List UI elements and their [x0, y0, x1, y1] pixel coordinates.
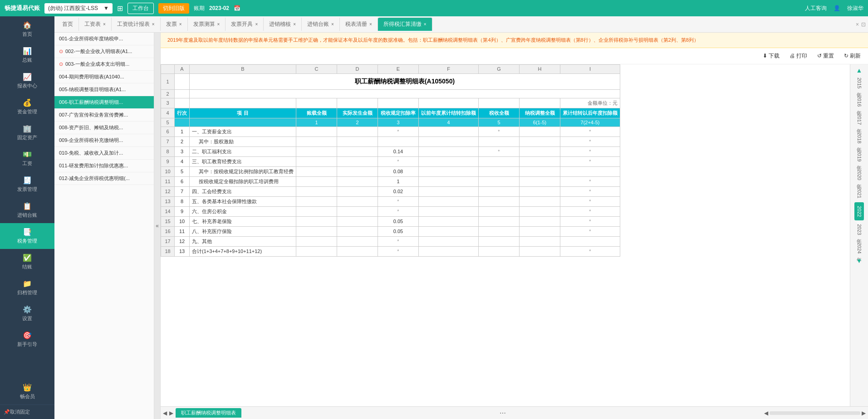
spreadsheet-container[interactable]: A B C D E F G H I	[161, 64, 850, 407]
tab-salary-close[interactable]: ×	[103, 22, 106, 27]
warning-bar: 2019年度逾及取以前年度结转数据的申报表单元格需要手工维护正确，才能保证本年及…	[161, 33, 868, 48]
year-nav-up[interactable]: ▲	[850, 67, 868, 74]
form-item-006[interactable]: 006-职工薪酬纳税调整明细...	[54, 96, 154, 109]
tab-invoice-calc[interactable]: 发票测算 ×	[188, 18, 226, 31]
tab-salary[interactable]: 工资表 ×	[79, 18, 112, 31]
refresh-button[interactable]: ↻ 刷新	[841, 51, 863, 61]
horizontal-scrollbar[interactable]	[770, 411, 860, 415]
year-2021[interactable]: 2021年	[854, 184, 864, 202]
bottom-tab-salary[interactable]: 职工薪酬纳税调整明细表	[176, 408, 241, 418]
invoice-icon: 🧾	[23, 176, 32, 185]
scroll-left-icon[interactable]: ◀	[764, 410, 768, 416]
form-item-005[interactable]: 005-纳税调整项目明细表(A1...	[54, 83, 154, 96]
sidebar-item-guide[interactable]: 🎯 新手引导	[0, 326, 54, 352]
service-link[interactable]: 人工客询	[805, 5, 827, 12]
year-2020[interactable]: 2020年	[854, 166, 864, 184]
sidebar-item-tax[interactable]: 📑 税务管理	[0, 223, 54, 249]
top-bar: 畅捷通易代账 (勿动) 江西股宝-LSS ▼ ⊞ 工作台 切到旧版 账期 202…	[0, 0, 868, 16]
seq-13: 13	[175, 246, 190, 256]
company-settings-icon[interactable]: ⊞	[117, 4, 123, 13]
sidebar-label-funds: 资金管理	[17, 108, 37, 115]
sidebar-item-funds[interactable]: 💰 资金管理	[0, 94, 54, 120]
tab-sales-ledger[interactable]: 进销台账 ×	[302, 18, 340, 31]
tab-income-tax-close[interactable]: ×	[424, 22, 427, 27]
sidebar-item-member[interactable]: 👑 畅会员	[0, 379, 54, 404]
sub-header-6: 6(1-5)	[520, 118, 560, 127]
tab-sales-check-close[interactable]: ×	[293, 22, 296, 27]
sidebar-item-sales[interactable]: 📋 进销台账	[0, 197, 54, 223]
form-item-012[interactable]: 012-减免企业所得税优惠明细(...	[54, 172, 154, 185]
company-selector[interactable]: (勿动) 江西股宝-LSS ▼	[44, 3, 113, 14]
sidebar-item-settings[interactable]: ⚙️ 设置	[0, 301, 54, 326]
sidebar-item-ledger[interactable]: 📊 总账	[0, 42, 54, 68]
workbench-button[interactable]: 工作台	[128, 3, 154, 14]
sidebar-item-salary[interactable]: 💵 工资	[0, 146, 54, 171]
sidebar-item-home[interactable]: 🏠 首页	[0, 16, 54, 42]
title-row-1: 1 职工薪酬纳税调整明细表(A105050)	[161, 73, 620, 89]
sheet-nav-left[interactable]: ◀	[163, 410, 167, 416]
tab-invoice-calc-close[interactable]: ×	[217, 22, 220, 27]
year-2024[interactable]: 2024年	[854, 239, 864, 257]
scroll-right-icon[interactable]: ▶	[862, 410, 866, 416]
sidebar-item-report[interactable]: 📈 报表中心	[0, 68, 54, 94]
form-item-008-label: 008-资产折旧、摊销及纳税...	[59, 124, 123, 131]
tab-salary-report[interactable]: 工资统计报表 ×	[112, 18, 161, 31]
sidebar-item-invoice[interactable]: 🧾 发票管理	[0, 171, 54, 197]
form-item-009[interactable]: 009-企业所得税补充缴纳明...	[54, 134, 154, 147]
year-2023[interactable]: 2023年	[854, 220, 864, 239]
header-col-e: 税收规定扣除率	[378, 108, 419, 118]
year-2022[interactable]: 2022年	[854, 202, 864, 220]
tab-invoice-issue-close[interactable]: ×	[255, 22, 258, 27]
form-item-001[interactable]: 001-企业所得税年度纳税申...	[54, 33, 154, 45]
year-2018[interactable]: 2018年	[854, 129, 864, 147]
year-2017[interactable]: 2017年	[854, 110, 864, 128]
form-item-011[interactable]: 011-研发费用加计扣除优惠惠...	[54, 160, 154, 172]
seq-6: 6	[175, 176, 190, 186]
sheet-nav-right[interactable]: ▶	[169, 410, 173, 416]
year-2016[interactable]: 2016年	[854, 92, 864, 110]
table-row: 14 9 六、住房公积金 * *	[161, 206, 620, 216]
tab-invoice-close[interactable]: ×	[179, 22, 182, 27]
sidebar-footer-cancel-pin[interactable]: 📌 取消固定	[0, 404, 54, 419]
form-item-010[interactable]: 010-免税、减收收入及加计...	[54, 147, 154, 160]
seq-11: 11	[175, 226, 190, 236]
form-item-002[interactable]: ⊙ 002-一般企业收入明细表(A1...	[54, 45, 154, 58]
form-item-007[interactable]: 007-广告宣传和业务宣传费摊...	[54, 109, 154, 122]
year-2015[interactable]: 2015年	[854, 74, 864, 92]
tab-sales-check[interactable]: 进销稽核 ×	[264, 18, 302, 31]
sidebar-label-home: 首页	[22, 31, 32, 38]
tab-invoice[interactable]: 发票 ×	[161, 18, 188, 31]
tab-salary-report-close[interactable]: ×	[152, 22, 155, 27]
form-item-003[interactable]: ⊙ 003-一般企业成本支出明细...	[54, 58, 154, 71]
tab-collapse-icon[interactable]: ×	[856, 21, 859, 28]
tab-invoice-issue[interactable]: 发票开具 ×	[226, 18, 264, 31]
col-header-H: H	[520, 64, 560, 73]
sub-header-5: 5	[479, 118, 520, 127]
tab-sales-ledger-close[interactable]: ×	[331, 22, 334, 27]
col-header-A: A	[175, 64, 190, 73]
tab-tax-book[interactable]: 税表清册 ×	[340, 18, 378, 31]
calendar-icon[interactable]: 📅	[234, 5, 240, 11]
row-15-num: 15	[161, 216, 175, 226]
form-item-008[interactable]: 008-资产折旧、摊销及纳税...	[54, 122, 154, 134]
sheet-options-icon[interactable]: ⋯	[500, 409, 506, 417]
row-8-num: 8	[161, 146, 175, 156]
form-item-004[interactable]: 004-期间费用明细表(A1040...	[54, 71, 154, 83]
tab-home[interactable]: 首页	[57, 18, 79, 31]
tab-expand-icon[interactable]: ⊡	[861, 21, 866, 28]
year-nav-down[interactable]: ▼	[850, 257, 868, 264]
panel-collapse-arrow[interactable]: «	[154, 33, 161, 419]
rate-6: 1	[378, 176, 419, 186]
sidebar-item-assets[interactable]: 🏢 固定资产	[0, 120, 54, 146]
download-button[interactable]: ⬇ 下载	[760, 51, 782, 61]
sidebar-item-settle[interactable]: ✅ 结账	[0, 249, 54, 275]
switch-button[interactable]: 切到旧版	[158, 3, 189, 14]
sidebar-item-archive[interactable]: 📁 归档管理	[0, 275, 54, 301]
user-avatar[interactable]: 👤	[834, 5, 840, 11]
print-button[interactable]: 🖨 打印	[787, 51, 810, 61]
reset-button[interactable]: ↺ 重置	[814, 51, 837, 61]
tab-tax-book-close[interactable]: ×	[369, 22, 372, 27]
tab-income-tax[interactable]: 所得税汇算清缴 ×	[378, 18, 432, 31]
report-icon: 📈	[23, 73, 32, 81]
year-2019[interactable]: 2019年	[854, 147, 864, 165]
